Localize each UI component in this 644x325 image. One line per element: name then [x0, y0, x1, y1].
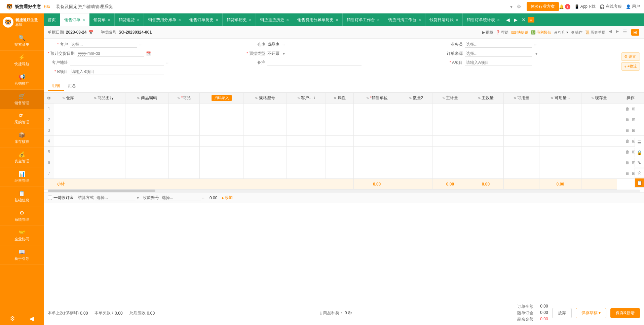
sidebar-item-sales[interactable]: 🛒 销售管理	[0, 90, 44, 109]
tab-close-icon[interactable]: ✕	[497, 18, 500, 22]
print-dropdown-icon[interactable]: ▾	[566, 30, 568, 35]
a-project-input[interactable]	[465, 59, 532, 66]
row-1-available2[interactable]	[539, 104, 581, 114]
row-2-available[interactable]	[504, 114, 539, 125]
row-2-product[interactable]	[168, 114, 199, 125]
one-click-payment-checkbox[interactable]: 一键收订金	[48, 195, 74, 201]
row-6-customer-code[interactable]	[287, 157, 326, 168]
row-4-spec[interactable]	[243, 136, 287, 147]
row-7-qty2[interactable]	[400, 168, 432, 179]
tab-detail[interactable]: 明细	[48, 82, 64, 91]
col-settings-header[interactable]: ⚙	[44, 93, 54, 104]
order-source-input[interactable]	[465, 50, 532, 57]
row-6-spec[interactable]	[243, 157, 287, 168]
tab-statistics[interactable]: 销售订单统计表 ✕	[463, 13, 504, 26]
tab-daily-clear[interactable]: 钱货日清工作台 ✕	[384, 13, 425, 26]
nav-next-icon[interactable]: ▶	[616, 29, 619, 36]
row-3-main-qty[interactable]	[468, 125, 503, 136]
row-1-spec[interactable]	[243, 104, 287, 114]
view-toggle-card[interactable]: ⊞	[631, 29, 639, 36]
row-3-available2[interactable]	[539, 125, 581, 136]
row-6-product-code[interactable]	[125, 157, 169, 168]
tab-invoice-history[interactable]: 销货单历史 ✕	[223, 13, 256, 26]
row-5-main-unit[interactable]	[432, 147, 468, 157]
tab-close-icon[interactable]: ✕	[137, 18, 140, 22]
row-6-product-image[interactable]	[82, 157, 125, 168]
row-2-attribute[interactable]	[326, 114, 353, 125]
row-4-qty2[interactable]	[400, 136, 432, 147]
row-4-product-code[interactable]	[125, 136, 169, 147]
table-scrollbar[interactable]	[48, 190, 640, 192]
row-3-spec[interactable]	[243, 125, 287, 136]
row-1-main-unit[interactable]	[432, 104, 468, 114]
row-copy-icon[interactable]: ⊞	[632, 117, 635, 122]
row-6-main-unit[interactable]	[432, 157, 468, 168]
tab-close-icon[interactable]: ✕	[249, 18, 252, 22]
tab-close-icon[interactable]: ✕	[82, 18, 85, 22]
row-5-available[interactable]	[504, 147, 539, 157]
row-7-warehouse[interactable]	[54, 168, 82, 179]
row-delete-icon[interactable]: 🗑	[626, 107, 630, 111]
row-3-sales-unit[interactable]	[354, 125, 400, 136]
tab-close-icon[interactable]: ✕	[377, 18, 380, 22]
row-3-current-stock[interactable]	[581, 125, 617, 136]
scan-btn[interactable]: 扫码录入	[212, 95, 232, 101]
sidebar-item-marketing[interactable]: 📢 营销推广	[0, 70, 44, 90]
industry-btn[interactable]: 体验行业方案	[527, 2, 559, 11]
row-copy-icon[interactable]: ⊞	[632, 128, 635, 133]
tab-sales-order[interactable]: 销售订单 ✕	[60, 13, 89, 26]
tab-nav-next[interactable]: ▶	[512, 17, 520, 23]
tab-close-icon[interactable]: ✕	[108, 18, 110, 22]
row-1-warehouse[interactable]	[54, 104, 82, 114]
row-7-main-qty[interactable]	[468, 168, 503, 179]
shortcut-btn[interactable]: ⌨ 快捷键	[511, 29, 528, 36]
payment-checkbox[interactable]	[48, 196, 52, 200]
row-3-product-code[interactable]	[125, 125, 169, 136]
row-4-attribute[interactable]	[326, 136, 353, 147]
customer-input[interactable]	[70, 41, 137, 48]
salesperson-input[interactable]	[465, 41, 532, 48]
row-6-available2[interactable]	[539, 157, 581, 168]
row-6-sales-unit[interactable]	[354, 157, 400, 168]
row-4-available[interactable]	[504, 136, 539, 147]
right-btn-1[interactable]: ☰	[635, 138, 644, 147]
nav-prev-icon[interactable]: ◀	[609, 29, 612, 36]
row-1-product-code[interactable]	[125, 104, 169, 114]
tab-close-icon[interactable]: ✕	[286, 18, 289, 22]
tab-return-history[interactable]: 销货退货历史 ✕	[256, 13, 293, 26]
row-5-product[interactable]	[168, 147, 199, 157]
tab-reconciliation[interactable]: 钱货日清对账 ✕	[425, 13, 463, 26]
tab-nav-prev[interactable]: ◀	[504, 17, 512, 23]
tab-sales-history[interactable]: 销售订单历史 ✕	[185, 13, 223, 26]
receipt-account-input[interactable]	[160, 195, 201, 201]
add-logistics-btn[interactable]: + +物流	[621, 62, 640, 71]
profit-btn[interactable]: 💹 毛利预估	[531, 29, 551, 36]
print-btn[interactable]: 🖨 打印 ▾	[554, 29, 568, 36]
row-7-current-stock[interactable]	[581, 168, 617, 179]
tab-expense-history[interactable]: 销售费用分摊单历史 ✕	[293, 13, 343, 26]
tab-close-icon[interactable]: ✕	[216, 18, 218, 22]
row-2-qty2[interactable]	[400, 114, 432, 125]
row-2-main-qty[interactable]	[468, 114, 503, 125]
right-btn-2[interactable]: 🔒	[635, 148, 644, 157]
product-types-icon[interactable]: ℹ	[320, 311, 322, 316]
sidebar-settings-btn[interactable]: ⚙	[10, 315, 15, 322]
row-4-sales-unit[interactable]	[354, 136, 400, 147]
settings-icon[interactable]: ⚙	[517, 3, 521, 10]
salesperson-more-icon[interactable]: ···	[534, 42, 537, 47]
operation-btn[interactable]: ⚙ 操作	[571, 29, 582, 36]
sidebar-item-quick-nav[interactable]: ⚡ 快捷导航	[0, 51, 44, 70]
row-1-main-qty[interactable]	[468, 104, 503, 114]
sidebar-item-operations[interactable]: 📊 经营管理	[0, 167, 44, 187]
row-5-current-stock[interactable]	[581, 147, 617, 157]
add-btn[interactable]: ● 添加	[221, 195, 232, 201]
right-btn-3[interactable]: ✎	[635, 158, 644, 167]
row-7-product-image[interactable]	[82, 168, 125, 179]
sidebar-item-system[interactable]: ⚙ 系统管理	[0, 206, 44, 226]
tab-close-icon[interactable]: ✕	[456, 18, 458, 22]
save-draft-btn[interactable]: 保存草稿 ▾	[576, 308, 606, 318]
row-4-customer-code[interactable]	[287, 136, 326, 147]
tab-close-icon[interactable]: ✕	[336, 18, 338, 22]
sidebar-item-guide[interactable]: 📖 新手引导	[0, 245, 44, 265]
row-5-attribute[interactable]	[326, 147, 353, 157]
